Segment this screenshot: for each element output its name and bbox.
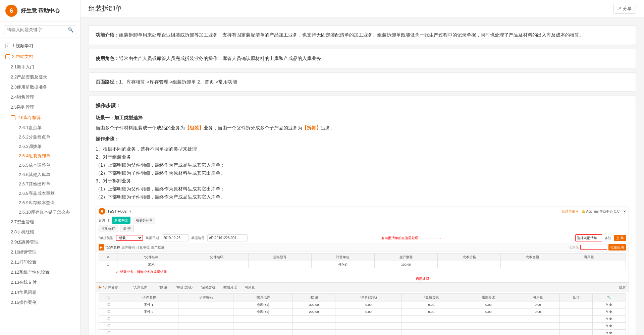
- annotation-enable: 启用处理: [96, 275, 629, 282]
- sidebar-item-finance[interactable]: 2.7资金管理: [11, 217, 80, 227]
- mock-lth-amt: 赠贈分比: [461, 293, 516, 301]
- sidebar-item-faq[interactable]: 2.14常见问题: [11, 287, 80, 297]
- mock-ltd-wh4: [233, 323, 293, 330]
- mock-ltd-code1: [178, 301, 233, 308]
- main-area: 组装拆卸单 ↗ 分享 功能介绍：组装拆卸单用来处理企业组装或拆卸等加工业务，支持…: [80, 0, 644, 335]
- sidebar-item-help-docs[interactable]: − 2.帮助文档: [0, 51, 80, 62]
- sidebar-item-stocktake[interactable]: 2.6.1盘点单: [16, 123, 80, 132]
- mock-nav-home: 首页: [99, 217, 105, 223]
- mock-close: ✕: [623, 209, 626, 214]
- sidebar-item-coupons[interactable]: 2.9优惠券管理: [11, 237, 80, 247]
- search-button[interactable]: 🔍: [68, 27, 73, 33]
- annotation-enable-label: 启用处理: [416, 277, 429, 281]
- search-input[interactable]: [4, 25, 76, 34]
- mock-ltd-ops4: ✎ 🗑: [592, 323, 626, 330]
- sidebar-item-cases[interactable]: 2.15操作案例: [11, 297, 80, 308]
- sidebar-item-install[interactable]: 2.2产品安装及登录: [11, 72, 80, 82]
- mock-lth-tax: 可用量: [516, 293, 560, 301]
- mock-td-name: 米米: [117, 261, 185, 268]
- arrow-left: ↙: [116, 269, 119, 275]
- mock-form-row1: *单据类型 组装 拆卸 单据日期 2019-12-26 单据编号 AD-2019…: [96, 233, 629, 243]
- mock-th-qty-unit: 计量单位: [311, 253, 374, 261]
- mock-ltd-code2: [178, 308, 233, 315]
- path-label: 页面路径：: [96, 79, 119, 85]
- mock-ltd-check2: ☐: [99, 308, 119, 315]
- sidebar-item-transfer[interactable]: 2.6.3调拨单: [16, 142, 80, 151]
- mock-lth-spec: *出库仓库: [233, 293, 293, 301]
- mock-app: 6 TEST-H002 ▼ 新建单据▼ 🔔 AppTrial 帮助中心 C.C.…: [96, 207, 629, 335]
- role-card: 使用角色：通常由生产人员或库管人员完成拆装业务的操作，库管人员确认原材料的出库和…: [89, 49, 636, 68]
- nav-section-1: + 1.视频学习: [0, 41, 80, 51]
- nav-section-2: − 2.帮助文档 2.1新手入门 2.2产品安装及登录 2.3使用前数据准备 2…: [0, 51, 80, 308]
- mock-td-ops: [614, 261, 626, 268]
- nav-tree: + 1.视频学习 − 2.帮助文档 2.1新手入门 2.2产品安装及登录 2.3…: [0, 38, 80, 335]
- mock-ltd-amt3: [402, 315, 461, 322]
- step2-sub1: （1）上部明细为父件明细，最终作为产成品生成其它入库单；: [96, 161, 629, 169]
- sidebar-item-mobile[interactable]: 2.8手机旺铺: [11, 227, 80, 237]
- sidebar-item-assembly[interactable]: 2.6.4组装拆卸单: [16, 151, 80, 161]
- step3-sub1: （1）上部明细为父件明细，最终作为原材料生成其它出库单；: [96, 185, 629, 193]
- sidebar-item-ops[interactable]: 2.10经营管理: [11, 247, 80, 257]
- mock-ltd-amt1: 0.00: [402, 301, 461, 308]
- sidebar-item-purchase[interactable]: 2.5采购管理: [11, 102, 80, 112]
- sidebar-item-data-prep[interactable]: 2.3使用前数据准备: [11, 82, 80, 92]
- sidebar-item-cost-adj[interactable]: 2.6.5成本调整单: [16, 161, 80, 170]
- nav-children-2: 2.1新手入门 2.2产品安装及登录 2.3使用前数据准备 2.4销售管理 2.…: [0, 62, 80, 308]
- share-button[interactable]: ↗ 分享: [613, 4, 636, 14]
- mock-lth-unit: *数 量: [292, 293, 335, 301]
- intro-label: 功能介绍：: [96, 32, 119, 38]
- role-body: 通常由生产人员或库管人员完成拆装业务的操作，库管人员确认原材料的出库和产成品的入…: [119, 56, 321, 61]
- sidebar-item-ledger-fix[interactable]: 2.6.10库存账本错了怎么办: [16, 208, 80, 217]
- mock-lower-tax: 赠贈分比: [223, 284, 237, 290]
- mock-lower-amt: *金额含税: [201, 284, 215, 290]
- mock-td-price: [438, 261, 501, 268]
- table-row: ☐ 零件 2 仓库(+1) 200.00 0.00 0.00 0.00 0.00: [99, 308, 626, 315]
- mock-helper-text: 仓库名: [569, 244, 579, 250]
- path-text: 页面路径：1、库存核算->库存管理->组装拆卸单 2、首页->常用功能: [96, 78, 629, 86]
- mock-th-prod-qty: 生产数量: [374, 253, 437, 261]
- sidebar-section-label-help: 2.帮助文档: [12, 54, 33, 60]
- mock-lth-code: 子件编码: [178, 293, 233, 301]
- sidebar-item-video-learning[interactable]: + 1.视频学习: [0, 41, 80, 51]
- sidebar-item-ledger-query[interactable]: 2.6.9库存账本查询: [16, 198, 80, 208]
- sidebar-item-other-out[interactable]: 2.6.7其他出库单: [16, 179, 80, 189]
- intro-body: 组装拆卸单用来处理企业组装或拆卸等加工业务，支持有固定装配清单的产品加工业务，也…: [119, 32, 584, 38]
- mock-btn-submit: 提 交: [120, 225, 134, 232]
- mock-ltd-avail2: 0.00: [516, 308, 560, 315]
- mock-ltd-qty5: [292, 330, 335, 335]
- sidebar-item-cost-recalc[interactable]: 2.6.8商品成本重算: [16, 189, 80, 198]
- mock-warehouse-input[interactable]: [580, 245, 607, 250]
- mock-ltd-name1: 零件 1: [119, 301, 178, 308]
- mock-ltd-qty1: 300.00: [292, 301, 335, 308]
- mock-upper-indicator: ▶: [99, 244, 104, 250]
- mock-lth-qty: *单价(含税): [335, 293, 402, 301]
- mock-ltd-wh2: 仓库(+1): [233, 308, 293, 315]
- mock-lower-section: ▶ *子件名称 *入库仓库 *数 量 *单价(含税) *金额含税 赠贈分比 可用…: [96, 282, 629, 292]
- mock-ltd-wh1: 仓库(+1): [233, 301, 293, 308]
- sidebar-item-other-in[interactable]: 2.6.6其他入库单: [16, 170, 80, 179]
- sidebar-item-print[interactable]: 2.11打印设置: [11, 257, 80, 267]
- mock-ltd-avail3: [516, 315, 560, 322]
- mock-th-code: 父件编码: [185, 253, 248, 261]
- mock-btn-submit2: 交 单: [614, 235, 626, 241]
- table-row: ☐ 零件 1 仓库(+1) 300.00 0.00 0.00 0.00 0.00: [99, 301, 626, 308]
- mock-lth-check: ☐: [99, 293, 119, 301]
- ops-card: 操作步骤： 场景一：加工类型选择 当由多个子件材料组装成一个成品的业务为【组装】…: [89, 96, 636, 335]
- mock-input-type[interactable]: 组装 拆卸: [116, 235, 143, 241]
- mock-ltd-amt2: 0.00: [402, 308, 461, 315]
- table-row: ☐ ✎ 🗑: [99, 330, 626, 335]
- mock-lth-ops: 扯付: [560, 293, 592, 301]
- sidebar-item-partial-stocktake[interactable]: 2.6.2分量盘点单: [16, 132, 80, 142]
- mock-lower-ops: 扯付: [619, 284, 626, 290]
- mock-ltd-check3: ☐: [99, 315, 119, 322]
- step2-sub2: （2）下部明细为子件明细，最终作为原材料生成其它出库单。: [96, 169, 629, 177]
- sidebar-item-inventory[interactable]: − 2.6库存核算: [11, 112, 80, 123]
- mock-ltd-tax5: [461, 330, 516, 335]
- mock-td-spec: [248, 261, 311, 268]
- mock-logo: 6: [99, 208, 105, 215]
- sidebar-item-sales[interactable]: 2.4销售管理: [11, 92, 80, 102]
- sidebar-item-payment[interactable]: 2.13在线支付: [11, 277, 80, 287]
- mock-td-amt: [501, 261, 564, 268]
- sidebar-item-customize[interactable]: 2.12系统个性化设置: [11, 267, 80, 277]
- sidebar-item-newbie[interactable]: 2.1新手入门: [11, 62, 80, 72]
